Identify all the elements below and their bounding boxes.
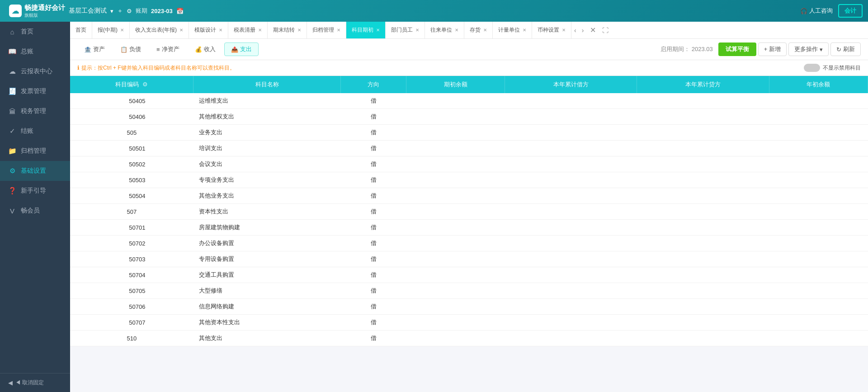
sidebar-item-settings[interactable]: ⚙ 基础设置 xyxy=(0,161,70,181)
sidebar-collapse-button[interactable]: ◀ ◀ 取消固定 xyxy=(0,373,70,392)
tab-tax[interactable]: 税表清册 ✕ xyxy=(228,22,268,38)
table-row[interactable]: 507资本性支出借 xyxy=(70,204,868,220)
tab-inventory[interactable]: 存货 ✕ xyxy=(464,22,493,38)
tab-close-all-button[interactable]: ✕ xyxy=(586,26,599,34)
cell-name: 办公设备购置 xyxy=(193,236,341,251)
tab-prev-button[interactable]: ‹ xyxy=(571,27,579,34)
subnav-net-asset[interactable]: ≡ 净资产 xyxy=(150,43,186,56)
refresh-button[interactable]: ↻ 刷新 xyxy=(830,43,861,56)
toggle-switch[interactable] xyxy=(804,64,820,72)
table-row[interactable]: 50702办公设备购置借 xyxy=(70,236,868,251)
tab-report-year[interactable]: 收入支出表(年报) ✕ xyxy=(130,22,189,38)
sidebar-item-tax[interactable]: 🏛 税务管理 xyxy=(0,101,70,121)
col-settings-icon[interactable]: ⚙ xyxy=(142,81,148,88)
tab-close-report-mid[interactable]: ✕ xyxy=(120,28,124,33)
table-row[interactable]: 50502会议支出借 xyxy=(70,156,868,172)
cell-year-opening xyxy=(769,236,868,251)
balance-button[interactable]: 试算平衡 xyxy=(718,43,756,56)
tab-close-archive[interactable]: ✕ xyxy=(337,28,340,33)
cell-ytd-credit xyxy=(637,220,769,236)
member-icon: V xyxy=(8,207,16,215)
tab-next-button[interactable]: › xyxy=(579,27,587,34)
tab-home[interactable]: 首页 xyxy=(70,22,92,38)
guide-icon: ❓ xyxy=(8,187,16,195)
tab-dept-staff[interactable]: 部门员工 ✕ xyxy=(386,22,425,38)
cell-ytd-credit xyxy=(637,93,769,109)
new-button[interactable]: + 新增 xyxy=(758,43,787,56)
sidebar: ⌂ 首页 📖 总账 ☁ 云报表中心 🧾 发票管理 🏛 税务管理 ✓ 结账 📁 归… xyxy=(0,22,70,392)
sidebar-item-member[interactable]: V 畅会员 xyxy=(0,201,70,221)
sidebar-item-ledger[interactable]: 📖 总账 xyxy=(0,42,70,61)
tab-close-currency[interactable]: ✕ xyxy=(562,28,566,33)
sidebar-item-archive[interactable]: 📁 归档管理 xyxy=(0,141,70,161)
subject-table: 科目编码 ⚙ 科目名称 方向 期初余额 本年累计借方 本年累计贷方 年初余额 5 xyxy=(70,76,868,346)
settings-icon[interactable]: ⚙ xyxy=(127,8,132,14)
table-row[interactable]: 50406其他维权支出借 xyxy=(70,109,868,125)
cell-ytd-debit xyxy=(505,220,637,236)
table-row[interactable]: 50706信息网络购建借 xyxy=(70,299,868,315)
table-row[interactable]: 510其他支出借 xyxy=(70,331,868,346)
more-button[interactable]: 更多操作 ▾ xyxy=(788,43,829,56)
table-row[interactable]: 50703专用设备购置借 xyxy=(70,251,868,267)
gear-icon: ⚙ xyxy=(8,167,16,175)
cell-ytd-credit xyxy=(637,188,769,204)
tab-close-counterpart[interactable]: ✕ xyxy=(455,28,458,33)
cell-direction: 借 xyxy=(341,315,406,331)
cell-code: 50503 xyxy=(70,172,193,188)
tab-subject-init[interactable]: 科目期初 ✕ xyxy=(346,22,386,38)
tab-report-mid[interactable]: 报(中期) ✕ xyxy=(92,22,130,38)
table-row[interactable]: 50707其他资本性支出借 xyxy=(70,315,868,331)
cell-year-opening xyxy=(769,125,868,141)
tab-currency[interactable]: 币种设置 ✕ xyxy=(532,22,571,38)
subnav-expense[interactable]: 📤 支出 xyxy=(224,43,259,56)
sidebar-item-guide[interactable]: ❓ 新手引导 xyxy=(0,181,70,201)
cell-ytd-debit xyxy=(505,299,637,315)
cell-name: 运维维支出 xyxy=(193,93,341,109)
cell-direction: 借 xyxy=(341,204,406,220)
tab-close-report-year[interactable]: ✕ xyxy=(179,28,183,33)
tab-close-template[interactable]: ✕ xyxy=(219,28,222,33)
cell-direction: 借 xyxy=(341,125,406,141)
sidebar-item-closing[interactable]: ✓ 结账 xyxy=(0,121,70,141)
table-row[interactable]: 50501培训支出借 xyxy=(70,141,868,156)
tab-close-tax[interactable]: ✕ xyxy=(258,28,262,33)
table-row[interactable]: 50705大型修缮借 xyxy=(70,283,868,299)
subnav-income[interactable]: 💰 收入 xyxy=(188,43,222,56)
add-icon[interactable]: ＋ xyxy=(117,7,123,15)
tab-unit[interactable]: 计量单位 ✕ xyxy=(493,22,532,38)
cell-opening-balance xyxy=(406,204,505,220)
calendar-icon[interactable]: 📅 xyxy=(176,8,184,14)
sidebar-item-home[interactable]: ⌂ 首页 xyxy=(0,22,70,42)
cell-year-opening xyxy=(769,204,868,220)
table-row[interactable]: 50503专项业务支出借 xyxy=(70,172,868,188)
table-row[interactable]: 50701房屋建筑物购建借 xyxy=(70,220,868,236)
service-button[interactable]: 🎧 人工咨询 xyxy=(800,7,833,15)
tab-close-period-end[interactable]: ✕ xyxy=(297,28,301,33)
tab-close-unit[interactable]: ✕ xyxy=(523,28,526,33)
dropdown-icon[interactable]: ▾ xyxy=(110,8,113,14)
table-row[interactable]: 505业务支出借 xyxy=(70,125,868,141)
subnav-liability[interactable]: 📋 负债 xyxy=(113,43,148,56)
tab-period-end[interactable]: 期末结转 ✕ xyxy=(268,22,307,38)
cell-name: 专用设备购置 xyxy=(193,251,341,267)
tab-archive[interactable]: 归档管理 ✕ xyxy=(307,22,346,38)
cell-name: 交通工具购置 xyxy=(193,267,341,283)
tab-close-dept-staff[interactable]: ✕ xyxy=(415,28,419,33)
table-row[interactable]: 50504其他业务支出借 xyxy=(70,188,868,204)
tab-close-inventory[interactable]: ✕ xyxy=(483,28,487,33)
cell-direction: 借 xyxy=(341,267,406,283)
tab-close-subject-init[interactable]: ✕ xyxy=(376,28,380,33)
tab-expand-button[interactable]: ⛶ xyxy=(599,27,611,34)
subnav-asset[interactable]: 🏦 资产 xyxy=(77,43,112,56)
table-row[interactable]: 50405运维维支出借 xyxy=(70,93,868,109)
cell-ytd-debit xyxy=(505,93,637,109)
folder-icon: 📁 xyxy=(8,147,16,155)
sidebar-item-reports[interactable]: ☁ 云报表中心 xyxy=(0,61,70,81)
tab-template[interactable]: 模版设计 ✕ xyxy=(189,22,228,38)
account-button[interactable]: 会计 xyxy=(838,4,863,18)
check-icon: ✓ xyxy=(8,127,16,135)
table-row[interactable]: 50704交通工具购置借 xyxy=(70,267,868,283)
tab-counterpart[interactable]: 往来单位 ✕ xyxy=(425,22,464,38)
col-ytd-credit: 本年累计贷方 xyxy=(637,76,769,93)
sidebar-item-invoice[interactable]: 🧾 发票管理 xyxy=(0,81,70,101)
